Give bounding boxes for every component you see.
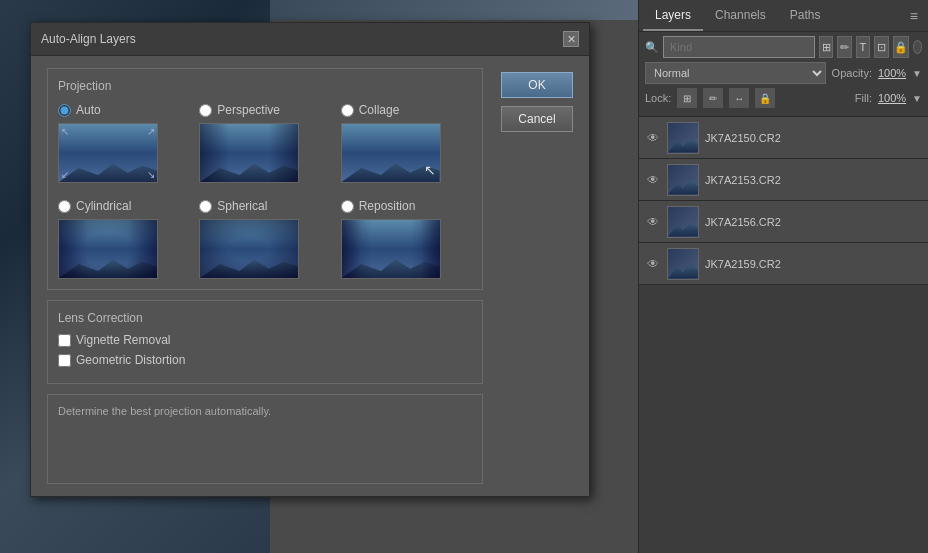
layer-thumb-0: [667, 122, 699, 154]
filter-btn-2[interactable]: ✏: [837, 36, 851, 58]
layer-eye-1[interactable]: 👁: [645, 172, 661, 188]
layer-thumb-1: [667, 164, 699, 196]
filter-toggle[interactable]: [913, 40, 922, 54]
projection-label: Projection: [58, 79, 472, 93]
thumb-collage: ↖: [341, 123, 441, 183]
dialog-title: Auto-Align Layers: [41, 32, 136, 46]
lock-row: Lock: ⊞ ✏ ↔ 🔒 Fill: 100% ▼: [645, 88, 922, 108]
thumb-perspective: [199, 123, 299, 183]
tab-paths[interactable]: Paths: [778, 0, 833, 31]
radio-row-cylindrical: Cylindrical: [58, 199, 131, 213]
layer-item-2[interactable]: 👁 JK7A2156.CR2: [639, 201, 928, 243]
filter-btn-3[interactable]: T: [856, 36, 870, 58]
projection-option-reposition: Reposition: [341, 199, 472, 279]
layer-item-3[interactable]: 👁 JK7A2159.CR2: [639, 243, 928, 285]
radio-row-auto: Auto: [58, 103, 101, 117]
dialog-sidebar: OK Cancel: [493, 68, 573, 484]
lock-btn-3[interactable]: ↔: [729, 88, 749, 108]
dialog-titlebar: Auto-Align Layers ✕: [31, 23, 589, 56]
filter-icon-5: 🔒: [894, 41, 908, 54]
fill-value[interactable]: 100%: [878, 92, 906, 104]
search-input[interactable]: [663, 36, 815, 58]
thumb-collage-img: [342, 124, 440, 182]
checkbox-row-geometric: Geometric Distortion: [58, 353, 472, 367]
radio-reposition[interactable]: [341, 200, 354, 213]
description-text: Determine the best projection automatica…: [58, 405, 271, 417]
blend-mode-select[interactable]: Normal: [645, 62, 826, 84]
blend-row: Normal Opacity: 100% ▼: [645, 62, 922, 84]
thumb-reposition: [341, 219, 441, 279]
panel-controls: 🔍 ⊞ ✏ T ⊡ 🔒 Normal Opacity: 100% ▼ Lock:…: [639, 32, 928, 117]
filter-btn-5[interactable]: 🔒: [893, 36, 909, 58]
radio-row-perspective: Perspective: [199, 103, 280, 117]
checkbox-row-vignette: Vignette Removal: [58, 333, 472, 347]
lock-btn-2[interactable]: ✏: [703, 88, 723, 108]
thumb-auto-img: [59, 124, 157, 182]
tab-channels[interactable]: Channels: [703, 0, 778, 31]
layer-list: 👁 JK7A2150.CR2 👁 JK7A2153.CR2 👁 JK7A2156…: [639, 117, 928, 285]
checkbox-vignette[interactable]: [58, 334, 71, 347]
thumb-spherical: [199, 219, 299, 279]
layer-item-0[interactable]: 👁 JK7A2150.CR2: [639, 117, 928, 159]
layer-eye-2[interactable]: 👁: [645, 214, 661, 230]
opacity-label: Opacity:: [832, 67, 872, 79]
radio-auto[interactable]: [58, 104, 71, 117]
projection-option-collage: Collage ↖: [341, 103, 472, 183]
layer-eye-3[interactable]: 👁: [645, 256, 661, 272]
dialog-body: Projection Auto ↖ ↗ ↙: [31, 56, 589, 496]
projection-option-perspective: Perspective: [199, 103, 330, 183]
panel-menu-button[interactable]: ≡: [904, 8, 924, 24]
projection-option-spherical: Spherical: [199, 199, 330, 279]
thumb-auto: ↖ ↗ ↙ ↘: [58, 123, 158, 183]
projection-option-auto: Auto ↖ ↗ ↙ ↘: [58, 103, 189, 183]
search-icon: 🔍: [645, 41, 659, 54]
filter-icon-3: T: [860, 41, 867, 53]
label-collage[interactable]: Collage: [359, 103, 400, 117]
dialog-close-button[interactable]: ✕: [563, 31, 579, 47]
panel-tabs: Layers Channels Paths ≡: [639, 0, 928, 32]
layer-eye-0[interactable]: 👁: [645, 130, 661, 146]
layer-item-1[interactable]: 👁 JK7A2153.CR2: [639, 159, 928, 201]
layer-name-3: JK7A2159.CR2: [705, 258, 781, 270]
tab-layers[interactable]: Layers: [643, 0, 703, 31]
filter-icon-2: ✏: [840, 41, 849, 54]
filter-btn-1[interactable]: ⊞: [819, 36, 833, 58]
search-row: 🔍 ⊞ ✏ T ⊡ 🔒: [645, 36, 922, 58]
label-reposition[interactable]: Reposition: [359, 199, 416, 213]
radio-spherical[interactable]: [199, 200, 212, 213]
label-vignette[interactable]: Vignette Removal: [76, 333, 171, 347]
lock-icon-4: 🔒: [759, 93, 771, 104]
projection-grid: Auto ↖ ↗ ↙ ↘: [58, 103, 472, 279]
filter-btn-4[interactable]: ⊡: [874, 36, 888, 58]
label-geometric[interactable]: Geometric Distortion: [76, 353, 185, 367]
radio-cylindrical[interactable]: [58, 200, 71, 213]
lock-icon-2: ✏: [709, 93, 717, 104]
dialog-main: Projection Auto ↖ ↗ ↙: [47, 68, 483, 484]
radio-collage[interactable]: [341, 104, 354, 117]
label-cylindrical[interactable]: Cylindrical: [76, 199, 131, 213]
lock-btn-1[interactable]: ⊞: [677, 88, 697, 108]
layer-name-1: JK7A2153.CR2: [705, 174, 781, 186]
label-spherical[interactable]: Spherical: [217, 199, 267, 213]
lock-btn-4[interactable]: 🔒: [755, 88, 775, 108]
thumb-cylindrical-img: [59, 220, 157, 278]
label-auto[interactable]: Auto: [76, 103, 101, 117]
thumb-perspective-img: [200, 124, 298, 182]
layer-thumb-3: [667, 248, 699, 280]
radio-row-spherical: Spherical: [199, 199, 267, 213]
cancel-button[interactable]: Cancel: [501, 106, 573, 132]
background-top-right: [270, 0, 640, 20]
checkbox-geometric[interactable]: [58, 354, 71, 367]
label-perspective[interactable]: Perspective: [217, 103, 280, 117]
lock-icon-1: ⊞: [683, 93, 691, 104]
opacity-value[interactable]: 100%: [878, 67, 906, 79]
thumb-cylindrical: [58, 219, 158, 279]
fill-label: Fill:: [855, 92, 872, 104]
thumb-spherical-img: [200, 220, 298, 278]
filter-icon-4: ⊡: [877, 41, 886, 54]
right-panel: Layers Channels Paths ≡ 🔍 ⊞ ✏ T ⊡ 🔒 Norm…: [638, 0, 928, 553]
ok-button[interactable]: OK: [501, 72, 573, 98]
projection-section: Projection Auto ↖ ↗ ↙: [47, 68, 483, 290]
filter-icon-1: ⊞: [822, 41, 831, 54]
radio-perspective[interactable]: [199, 104, 212, 117]
